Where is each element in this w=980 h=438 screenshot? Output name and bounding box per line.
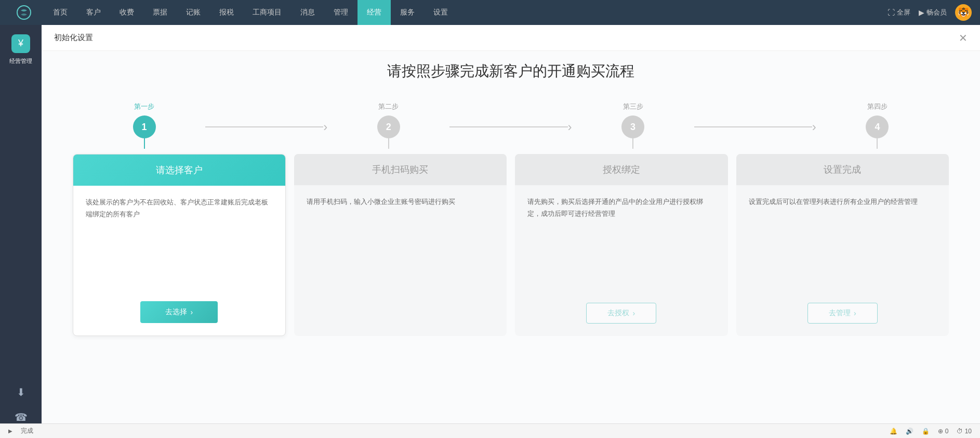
arrow-2-3: › [449,121,572,133]
svg-point-0 [17,6,31,19]
status-play-icon: ▶ [8,428,12,434]
status-bell-icon: 🔔 [890,428,897,435]
status-lock-icon: 🔒 [922,428,930,435]
card-3-body: 请先购买，购买后选择开通的产品中的企业用户进行授权绑定，成功后即可进行经营管理 [515,185,728,303]
arrow-1-2: › [205,121,327,133]
card-1-arrow-icon: › [190,308,193,316]
step-3-label: 第三步 [623,102,643,111]
close-button[interactable]: ✕ [959,33,968,43]
step-2-label: 第二步 [378,102,399,111]
main-content: 初始化设置 ✕ 请按照步骤完成新客户的开通购买流程 第一步 1 › 第二步 [42,25,980,438]
status-text: 完成 [21,427,33,435]
step-card-3: 授权绑定 请先购买，购买后选择开通的产品中的企业用户进行授权绑定，成功后即可进行… [515,154,728,336]
card-2-footer [294,324,507,336]
card-3-header: 授权绑定 [515,154,728,185]
step-card-1: 请选择客户 该处展示的客户为不在回收站、客户状态正常建账后完成老板端绑定的所有客… [73,154,286,336]
nav-right-actions: ⛶ 全屏 ▶ 畅会员 🐯 [888,4,972,21]
nav-item-accounting[interactable]: 记账 [177,0,210,25]
step-4-down-line [877,138,878,149]
avatar[interactable]: 🐯 [955,4,972,21]
nav-item-business[interactable]: 工商项目 [243,0,291,25]
nav-item-fee[interactable]: 收费 [110,0,143,25]
sidebar-download-icon[interactable]: ⬇ [10,382,31,403]
card-4-header: 设置完成 [736,154,949,185]
step-2-circle: 2 [377,115,400,138]
step-4-label: 第四步 [867,102,888,111]
nav-item-customer[interactable]: 客户 [77,0,110,25]
cards-row: 请选择客户 该处展示的客户为不在回收站、客户状态正常建账后完成老板端绑定的所有客… [73,154,949,336]
card-1-header: 请选择客户 [73,154,285,186]
step-2-wrapper: 第二步 2 [327,102,449,149]
card-3-arrow-icon: › [632,309,635,317]
page-header: 初始化设置 ✕ [42,25,980,51]
card-4-action-button[interactable]: 去管理 › [807,303,878,324]
step-card-4: 设置完成 设置完成后可以在管理列表进行所有企业用户的经营管理 去管理 › [736,154,949,336]
status-right-icons: 🔔 🔊 🔒 ⊕ 0 ⏱ 10 [890,428,972,435]
steps-row: 第一步 1 › 第二步 2 › [73,102,949,149]
step-2-down-line [388,138,389,149]
step-card-2: 手机扫码购买 请用手机扫码，输入小微企业主账号密码进行购买 [294,154,507,336]
nav-item-service[interactable]: 服务 [391,0,424,25]
card-4-arrow-icon: › [854,309,856,317]
nav-item-settings[interactable]: 设置 [424,0,457,25]
status-volume-icon: 🔊 [906,428,913,435]
step-3-wrapper: 第三步 3 [572,102,694,149]
nav-logo [8,5,39,20]
step-4-wrapper: 第四步 4 [816,102,938,149]
nav-item-manage[interactable]: 管理 [324,0,357,25]
fullscreen-button[interactable]: ⛶ 全屏 [888,8,910,17]
card-1-action-button[interactable]: 去选择 › [140,301,218,323]
arrow-3-4: › [694,121,816,133]
card-2-body: 请用手机扫码，输入小微企业主账号密码进行购买 [294,185,507,324]
page-title: 初始化设置 [54,33,93,43]
card-1-body: 该处展示的客户为不在回收站、客户状态正常建账后完成老板端绑定的所有客户 [73,186,285,301]
nav-item-operation[interactable]: 经营 [357,0,391,25]
sidebar: ¥ 经营管理 ⬇ ☎ [0,25,42,438]
card-4-body: 设置完成后可以在管理列表进行所有企业用户的经营管理 [736,185,949,303]
step-3-down-line [632,138,633,149]
card-4-footer: 去管理 › [736,303,949,336]
sidebar-item-operation[interactable]: ¥ 经营管理 [0,31,42,68]
top-navigation: 首页 客户 收费 票据 记账 报税 工商项目 消息 管理 经营 服务 设置 ⛶ … [0,0,980,25]
card-2-header: 手机扫码购买 [294,154,507,185]
card-1-footer: 去选择 › [73,301,285,336]
step-1-wrapper: 第一步 1 [83,102,205,149]
nav-item-ticket[interactable]: 票据 [143,0,177,25]
step-1-down-line [144,138,145,149]
member-button[interactable]: ▶ 畅会员 [919,8,947,17]
step-4-circle: 4 [866,115,889,138]
nav-menu: 首页 客户 收费 票据 记账 报税 工商项目 消息 管理 经营 服务 设置 [44,0,888,25]
sidebar-icon-operation: ¥ [11,34,30,53]
step-1-label: 第一步 [134,102,154,111]
wizard-container: 请按照步骤完成新客户的开通购买流程 第一步 1 › 第二步 2 [42,51,980,438]
status-count: ⊕ 0 [938,428,948,435]
step-3-circle: 3 [621,115,644,138]
nav-item-message[interactable]: 消息 [291,0,324,25]
card-3-action-button[interactable]: 去授权 › [586,303,656,324]
card-3-footer: 去授权 › [515,303,728,336]
status-bar: ▶ 完成 🔔 🔊 🔒 ⊕ 0 ⏱ 10 [0,423,980,438]
nav-item-home[interactable]: 首页 [44,0,77,25]
status-time: ⏱ 10 [957,428,972,435]
nav-item-tax[interactable]: 报税 [210,0,243,25]
step-1-circle: 1 [133,115,156,138]
wizard-title: 请按照步骤完成新客户的开通购买流程 [73,61,949,81]
